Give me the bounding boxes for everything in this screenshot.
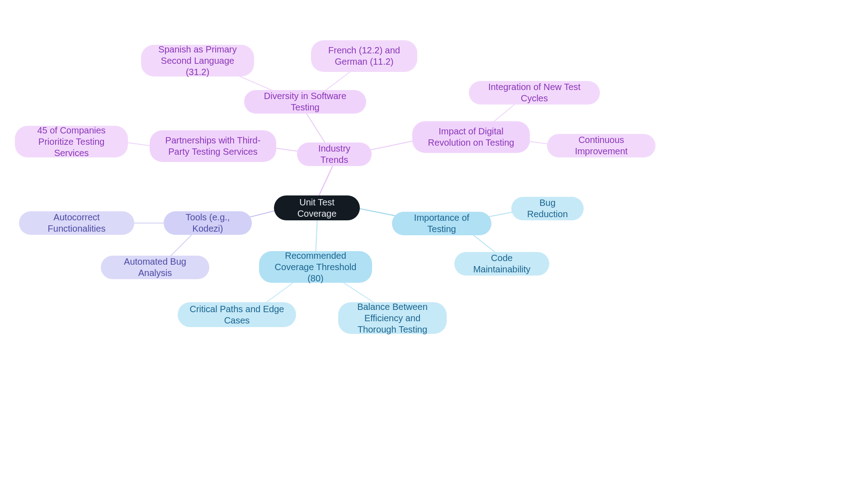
root-label: Unit Test Coverage	[284, 197, 350, 219]
node-diversity[interactable]: Diversity in Software Testing	[244, 90, 366, 114]
node-automated-bug-label: Automated Bug Analysis	[111, 256, 199, 279]
node-bug-reduction[interactable]: Bug Reduction	[511, 197, 584, 220]
node-partnerships-label: Partnerships with Third-Party Testing Se…	[160, 135, 266, 157]
node-prioritize[interactable]: 45 of Companies Prioritize Testing Servi…	[15, 126, 128, 157]
node-partnerships[interactable]: Partnerships with Third-Party Testing Se…	[150, 130, 276, 162]
node-autocorrect-label: Autocorrect Functionalities	[29, 212, 124, 234]
node-bug-reduction-label: Bug Reduction	[521, 197, 574, 220]
node-french-german-label: French (12.2) and German (11.2)	[321, 45, 407, 67]
node-tools[interactable]: Tools (e.g., Kodezi)	[164, 211, 252, 235]
node-automated-bug[interactable]: Automated Bug Analysis	[101, 256, 209, 279]
node-french-german[interactable]: French (12.2) and German (11.2)	[311, 40, 417, 72]
node-maintainability-label: Code Maintainability	[464, 252, 539, 275]
node-threshold[interactable]: Recommended Coverage Threshold (80)	[259, 251, 372, 283]
node-spanish-label: Spanish as Primary Second Language (31.2…	[151, 44, 244, 78]
node-prioritize-label: 45 of Companies Prioritize Testing Servi…	[25, 125, 118, 159]
node-threshold-label: Recommended Coverage Threshold (80)	[269, 250, 362, 284]
root-node[interactable]: Unit Test Coverage	[274, 195, 360, 220]
svg-line-10	[307, 114, 326, 143]
node-impact[interactable]: Impact of Digital Revolution on Testing	[412, 121, 530, 153]
node-maintainability[interactable]: Code Maintainability	[454, 252, 549, 276]
node-critical-paths-label: Critical Paths and Edge Cases	[188, 304, 286, 326]
node-balance[interactable]: Balance Between Efficiency and Thorough …	[338, 302, 447, 334]
node-critical-paths[interactable]: Critical Paths and Edge Cases	[178, 302, 296, 327]
node-spanish[interactable]: Spanish as Primary Second Language (31.2…	[141, 45, 254, 76]
node-tools-label: Tools (e.g., Kodezi)	[174, 212, 242, 234]
svg-line-9	[167, 232, 194, 259]
svg-line-3	[317, 164, 334, 199]
svg-line-14	[326, 69, 354, 90]
node-integration[interactable]: Integration of New Test Cycles	[469, 81, 600, 105]
node-improvement-label: Continuous Improvement	[557, 134, 646, 157]
node-importance[interactable]: Importance of Testing	[392, 212, 491, 235]
edges-layer	[0, 0, 868, 490]
node-improvement[interactable]: Continuous Improvement	[547, 134, 656, 157]
node-balance-label: Balance Between Efficiency and Thorough …	[348, 301, 437, 335]
node-importance-label: Importance of Testing	[402, 212, 481, 235]
node-trends-label: Industry Trends	[307, 143, 362, 166]
node-diversity-label: Diversity in Software Testing	[254, 90, 356, 113]
node-autocorrect[interactable]: Autocorrect Functionalities	[19, 211, 134, 235]
node-integration-label: Integration of New Test Cycles	[479, 81, 590, 104]
node-impact-label: Impact of Digital Revolution on Testing	[422, 126, 520, 148]
node-trends[interactable]: Industry Trends	[297, 143, 372, 166]
svg-line-12	[369, 140, 419, 150]
